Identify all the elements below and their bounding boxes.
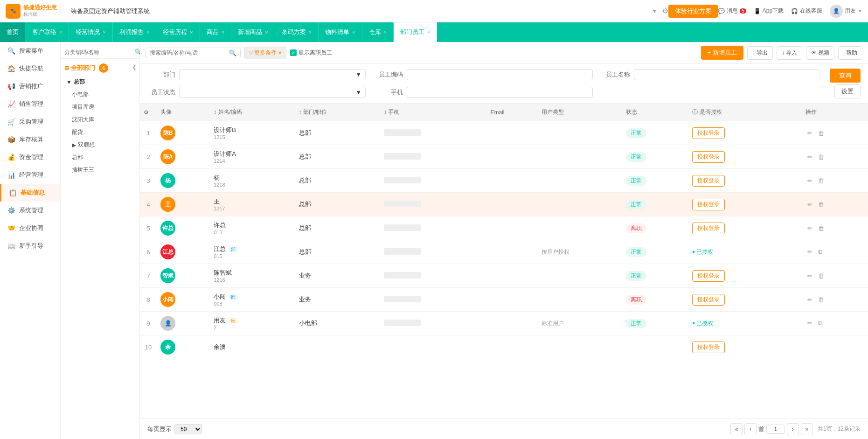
online-service-btn[interactable]: 🎧 在线客服 — [791, 7, 822, 15]
emp-status-select[interactable]: ▼ — [179, 87, 366, 98]
tab-add-goods[interactable]: 新增商品 × — [231, 22, 275, 42]
sidebar-item-guide[interactable]: 📖 新手引导 — [0, 237, 60, 255]
sidebar-item-quicknav[interactable]: 🏠 快捷导航 — [0, 60, 60, 77]
sidebar-item-search[interactable]: 🔍 搜索菜单 — [0, 42, 60, 60]
tab-operation[interactable]: 经营情况 × — [69, 22, 112, 42]
search-input[interactable] — [150, 49, 229, 56]
delete-icon[interactable]: 🗑 — [816, 176, 826, 185]
delete-icon[interactable]: 🗑 — [816, 153, 826, 161]
auth-btn[interactable]: 授权登录 — [692, 151, 725, 163]
search-submit-icon[interactable]: 🔍 — [229, 49, 236, 56]
dept-filter-select[interactable]: ▼ — [179, 69, 366, 80]
dept-node-shuanglusiang[interactable]: ▶ 双鹿想 — [62, 139, 138, 151]
sidebar-item-sales[interactable]: 📈 销售管理 — [0, 95, 60, 113]
close-icon[interactable]: × — [59, 29, 62, 35]
collapse-icon[interactable]: 《 — [130, 64, 136, 72]
copy-icon[interactable]: ⧉ — [816, 319, 824, 328]
edit-icon[interactable]: ✏ — [806, 129, 814, 138]
phone-input[interactable] — [407, 87, 593, 98]
edit-icon[interactable]: ✏ — [806, 153, 814, 161]
last-page-btn[interactable]: » — [801, 423, 813, 435]
edit-icon[interactable]: ✏ — [806, 272, 814, 280]
add-employee-btn[interactable]: + 新增员工 — [701, 46, 743, 60]
auth-btn[interactable]: 授权登录 — [692, 294, 725, 306]
delete-icon[interactable]: 🗑 — [816, 200, 826, 209]
close-icon[interactable]: × — [384, 29, 387, 35]
tab-history[interactable]: 经营历程 × — [156, 22, 200, 42]
show-resigned-toggle[interactable]: ✓ 显示离职员工 — [290, 49, 332, 57]
app-download-btn[interactable]: 📱 App下载 — [754, 7, 784, 15]
dept-header[interactable]: ⊞ 全部部门 6 《 — [61, 61, 139, 76]
close-icon[interactable]: × — [427, 29, 430, 35]
dept-node-xiaodibu[interactable]: 小电部 — [62, 88, 138, 101]
sidebar-item-system[interactable]: ⚙️ 系统管理 — [0, 202, 60, 219]
message-btn[interactable]: 💬 消息 5 — [718, 7, 746, 15]
trial-button[interactable]: 体验行业方案 — [668, 5, 718, 18]
edit-icon[interactable]: ✏ — [806, 176, 814, 185]
sidebar-item-business[interactable]: 📊 经营管理 — [0, 166, 60, 184]
sidebar-item-inventory[interactable]: 📦 库存核算 — [0, 131, 60, 148]
close-icon[interactable]: × — [103, 29, 105, 35]
dropdown-arrow-icon[interactable]: ▼ — [652, 8, 657, 14]
query-btn[interactable]: 查询 — [830, 69, 861, 83]
edit-icon[interactable]: ✏ — [806, 200, 814, 209]
first-page-btn[interactable]: « — [730, 423, 743, 435]
sidebar-item-collab[interactable]: 🤝 企业协同 — [0, 219, 60, 237]
close-icon[interactable]: × — [309, 29, 312, 35]
close-icon[interactable]: × — [190, 29, 193, 35]
settings-icon[interactable]: ⚙ — [662, 7, 668, 15]
tab-barcode[interactable]: 条码方案 × — [275, 22, 319, 42]
emp-name-input[interactable] — [634, 69, 820, 80]
auth-btn[interactable]: 授权登录 — [692, 270, 725, 282]
sidebar-item-purchase[interactable]: 🛒 采购管理 — [0, 113, 60, 131]
tab-profit[interactable]: 利润报告 × — [113, 22, 156, 42]
dept-node-zongbu[interactable]: 总部 — [62, 151, 138, 164]
tab-home[interactable]: 首页 — [0, 22, 26, 42]
next-page-btn[interactable]: › — [787, 423, 799, 435]
edit-icon[interactable]: ✏ — [806, 295, 814, 304]
delete-icon[interactable]: 🗑 — [816, 295, 826, 304]
dept-node-shenyangdaku[interactable]: 沈阳大库 — [62, 113, 138, 126]
edit-icon[interactable]: ✏ — [806, 247, 814, 256]
emp-code-input[interactable] — [407, 69, 593, 80]
help-btn[interactable]: | 帮助 — [838, 46, 862, 60]
close-icon[interactable]: × — [222, 29, 224, 35]
edit-icon[interactable]: ✏ — [806, 224, 814, 233]
tab-bom[interactable]: 物料清单 × — [319, 22, 362, 42]
tab-dept-staff[interactable]: 部门员工 × — [394, 22, 437, 42]
user-profile-btn[interactable]: 👤 用友 ▼ — [830, 5, 862, 18]
edit-icon[interactable]: ✏ — [806, 319, 814, 328]
import-btn[interactable]: ↓ 导入 — [777, 46, 802, 60]
view-btn[interactable]: 👁 视频 — [806, 46, 834, 60]
close-icon[interactable]: × — [265, 29, 268, 35]
prev-page-btn[interactable]: ‹ — [744, 423, 757, 435]
delete-icon[interactable]: 🗑 — [816, 272, 826, 280]
more-filter-btn[interactable]: ▽ 更多条件 ∧ — [244, 47, 286, 59]
close-icon[interactable]: × — [352, 29, 355, 35]
col-dept[interactable]: ↕ 部门/职位 — [295, 104, 380, 121]
reset-btn[interactable]: 设置 — [834, 84, 861, 98]
tab-warehouse[interactable]: 仓库 × — [362, 22, 394, 42]
page-number-input[interactable] — [766, 425, 785, 434]
dept-node-root[interactable]: ▼ 总部 — [62, 76, 138, 88]
auth-btn[interactable]: 授权登录 — [692, 341, 725, 353]
auth-btn[interactable]: 授权登录 — [692, 127, 725, 139]
export-btn[interactable]: ↑ 导出 — [747, 46, 773, 60]
dept-search-input[interactable] — [64, 49, 134, 56]
auth-btn[interactable]: 授权登录 — [692, 175, 725, 187]
close-icon[interactable]: × — [146, 29, 149, 35]
sidebar-item-marketing[interactable]: 📢 营销推广 — [0, 77, 60, 95]
per-page-select[interactable]: 50 100 200 — [174, 424, 202, 434]
dept-node-chashuwang[interactable]: 插树王三 — [62, 164, 138, 176]
copy-icon[interactable]: ⧉ — [816, 247, 824, 256]
col-phone[interactable]: ↕ 手机 — [380, 104, 486, 121]
sidebar-item-finance[interactable]: 💰 资金管理 — [0, 148, 60, 166]
auth-btn[interactable]: 授权登录 — [692, 199, 725, 210]
col-settings[interactable]: ⚙ — [140, 104, 157, 121]
delete-icon[interactable]: 🗑 — [816, 129, 826, 138]
sidebar-item-basic-info[interactable]: 📋 基础信息 — [0, 184, 60, 202]
dept-node-xiangmukufang[interactable]: 项目库房 — [62, 101, 138, 113]
auth-btn[interactable]: 授权登录 — [692, 223, 725, 234]
col-name[interactable]: ↕ 姓名/编码 — [210, 104, 295, 121]
dept-node-peihuo[interactable]: 配货 — [62, 126, 138, 139]
